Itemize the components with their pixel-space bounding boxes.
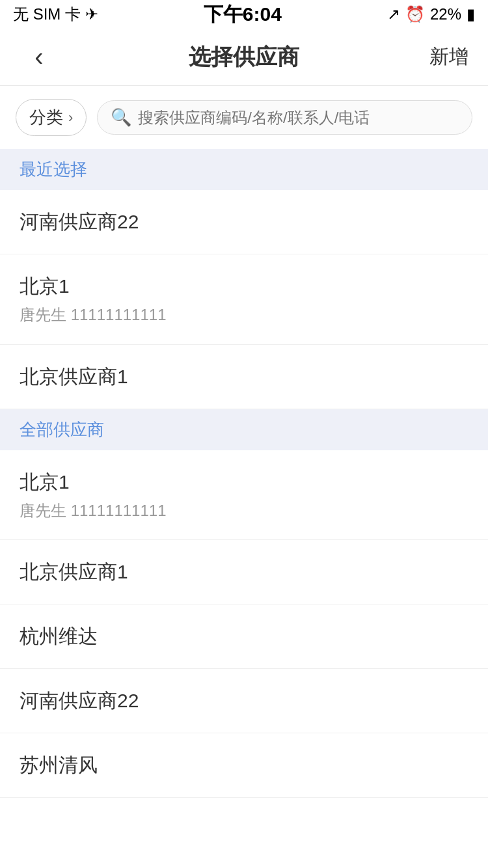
all-list: 北京1唐先生 11111111111北京供应商1杭州维达河南供应商22苏州清风 xyxy=(0,450,488,798)
back-button[interactable]: ‹ xyxy=(20,38,59,77)
list-item[interactable]: 河南供应商22 xyxy=(0,190,488,254)
alarm-icon: ⏰ xyxy=(405,5,425,23)
item-sub: 唐先生 11111111111 xyxy=(20,304,468,326)
item-name: 北京1 xyxy=(20,273,468,300)
list-item[interactable]: 北京供应商1 xyxy=(0,540,488,604)
item-name: 苏州清风 xyxy=(20,752,468,779)
all-section-header: 全部供应商 xyxy=(0,409,488,450)
item-name: 北京1 xyxy=(20,468,468,496)
search-input[interactable] xyxy=(138,109,459,127)
item-name: 河南供应商22 xyxy=(20,687,468,714)
status-bar: 无 SIM 卡 ✈ 下午6:04 ↗ ⏰ 22% ▮ xyxy=(0,0,488,29)
status-right: ↗ ⏰ 22% ▮ xyxy=(387,5,475,23)
all-section-label: 全部供应商 xyxy=(20,420,104,439)
item-name: 北京供应商1 xyxy=(20,558,468,586)
battery-text: 22% xyxy=(430,5,461,23)
nav-bar: ‹ 选择供应商 新增 xyxy=(0,29,488,86)
list-item[interactable]: 北京供应商1 xyxy=(0,345,488,409)
filter-row: 分类 › 🔍 xyxy=(0,86,488,149)
item-name: 杭州维达 xyxy=(20,623,468,650)
category-label: 分类 xyxy=(29,106,63,129)
item-sub: 唐先生 11111111111 xyxy=(20,500,468,522)
search-icon: 🔍 xyxy=(111,107,131,128)
list-item[interactable]: 河南供应商22 xyxy=(0,669,488,733)
status-time: 下午6:04 xyxy=(204,1,282,28)
recent-list: 河南供应商22北京1唐先生 11111111111北京供应商1 xyxy=(0,190,488,409)
new-add-button[interactable]: 新增 xyxy=(429,44,468,70)
category-button[interactable]: 分类 › xyxy=(16,99,87,136)
list-item[interactable]: 杭州维达 xyxy=(0,604,488,669)
location-icon: ↗ xyxy=(387,5,400,23)
no-sim-text: 无 SIM 卡 ✈ xyxy=(13,4,98,25)
list-item[interactable]: 北京1唐先生 11111111111 xyxy=(0,450,488,541)
page-title: 选择供应商 xyxy=(189,42,299,72)
list-item[interactable]: 苏州清风 xyxy=(0,733,488,798)
item-name: 北京供应商1 xyxy=(20,363,468,390)
item-name: 河南供应商22 xyxy=(20,208,468,236)
chevron-right-icon: › xyxy=(68,109,73,126)
battery-icon: ▮ xyxy=(467,5,475,23)
recent-section-label: 最近选择 xyxy=(20,159,87,179)
search-box[interactable]: 🔍 xyxy=(97,100,472,135)
status-left: 无 SIM 卡 ✈ xyxy=(13,4,98,25)
list-item[interactable]: 北京1唐先生 11111111111 xyxy=(0,254,488,345)
recent-section-header: 最近选择 xyxy=(0,149,488,190)
